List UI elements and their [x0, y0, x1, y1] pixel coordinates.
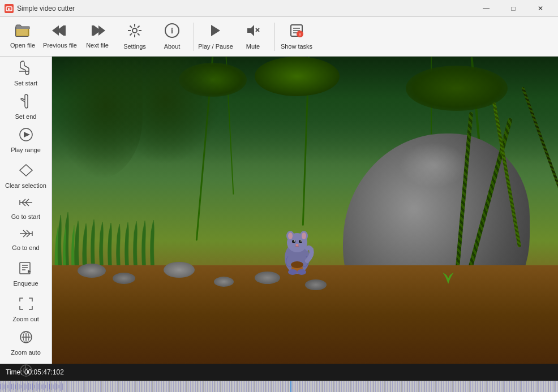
time-bar: Time: 00:05:47:102 — [0, 364, 558, 381]
previous-file-label: Previous file — [43, 42, 77, 49]
svg-rect-97 — [62, 384, 63, 390]
svg-rect-87 — [44, 384, 44, 390]
svg-rect-93 — [55, 383, 55, 390]
next-file-label: Next file — [86, 42, 109, 49]
svg-marker-8 — [98, 25, 105, 36]
go-to-start-label: Go to start — [11, 213, 40, 220]
zoom-auto-icon — [18, 329, 35, 348]
set-end-button[interactable]: Set end — [0, 90, 51, 123]
sidebar: Set start Set end Play range — [0, 57, 52, 364]
toolbar-separator-1 — [194, 23, 194, 51]
close-button[interactable]: ✕ — [527, 0, 553, 17]
svg-rect-91 — [51, 384, 51, 390]
play-pause-icon — [208, 23, 224, 42]
timeline[interactable] — [0, 381, 558, 392]
svg-rect-92 — [53, 385, 53, 389]
go-to-start-button[interactable]: Go to start — [0, 192, 51, 223]
set-start-button[interactable]: Set start — [0, 57, 51, 90]
svg-point-52 — [288, 232, 293, 239]
previous-file-button[interactable]: Previous file — [42, 20, 78, 54]
svg-rect-94 — [57, 384, 57, 390]
time-display: Time: 00:05:47:102 — [6, 368, 64, 376]
video-area — [52, 57, 558, 364]
next-file-icon — [89, 24, 105, 41]
play-range-button[interactable]: Play range — [0, 123, 51, 157]
zoom-auto-button[interactable]: Zoom auto — [0, 326, 51, 359]
toolbar: Open file Previous file Next file — [0, 17, 558, 57]
app-icon — [5, 4, 14, 13]
mute-icon — [245, 23, 261, 42]
svg-point-56 — [299, 240, 302, 243]
svg-text:!: ! — [299, 32, 301, 37]
svg-rect-83 — [36, 382, 36, 391]
svg-line-15 — [130, 25, 132, 28]
window-controls: — □ ✕ — [473, 0, 553, 17]
settings-label: Settings — [123, 43, 146, 50]
show-tasks-button[interactable]: ! Show tasks — [278, 20, 315, 54]
svg-marker-1 — [8, 8, 11, 10]
zoom-auto-label: Zoom auto — [11, 349, 41, 356]
enqueue-icon — [18, 260, 35, 279]
svg-point-54 — [302, 232, 306, 239]
open-file-button[interactable]: Open file — [5, 20, 41, 54]
clear-selection-label: Clear selection — [5, 182, 46, 189]
svg-rect-86 — [41, 385, 42, 389]
svg-rect-65 — [2, 383, 2, 390]
mute-label: Mute — [246, 43, 260, 50]
svg-line-18 — [130, 33, 132, 36]
next-file-button[interactable]: Next file — [79, 20, 115, 54]
svg-rect-68 — [7, 385, 8, 389]
svg-rect-78 — [27, 385, 27, 389]
toolbar-separator-2 — [274, 23, 275, 51]
app-title: Simple video cutter — [17, 5, 473, 12]
svg-rect-67 — [6, 384, 6, 390]
svg-rect-77 — [24, 384, 25, 390]
go-to-end-label: Go to end — [12, 244, 39, 251]
svg-marker-43 — [28, 270, 31, 273]
svg-marker-5 — [52, 25, 59, 36]
svg-rect-74 — [19, 384, 19, 390]
play-pause-button[interactable]: Play / Pause — [198, 20, 234, 54]
show-tasks-label: Show tasks — [281, 43, 312, 50]
svg-rect-72 — [15, 385, 16, 389]
svg-rect-95 — [58, 385, 59, 389]
svg-point-57 — [294, 240, 295, 242]
svg-line-17 — [138, 25, 140, 28]
mute-button[interactable]: Mute — [235, 20, 271, 54]
waveform-svg — [0, 381, 558, 392]
svg-point-61 — [291, 261, 303, 268]
svg-rect-85 — [40, 383, 40, 390]
svg-point-10 — [132, 28, 137, 33]
enqueue-button[interactable]: Enqueue — [0, 257, 51, 290]
clear-selection-button[interactable]: Clear selection — [0, 159, 51, 192]
svg-point-63 — [297, 269, 306, 275]
svg-rect-9 — [92, 25, 94, 36]
svg-rect-3 — [16, 29, 29, 36]
clear-selection-icon — [18, 162, 35, 181]
svg-rect-80 — [30, 384, 31, 390]
svg-point-59 — [296, 244, 299, 246]
minimize-button[interactable]: — — [473, 0, 499, 17]
go-to-end-button[interactable]: Go to end — [0, 223, 51, 255]
svg-line-16 — [138, 33, 140, 36]
zoom-out-button[interactable]: Zoom out — [0, 292, 51, 326]
svg-rect-6 — [63, 25, 66, 36]
svg-marker-22 — [247, 25, 254, 36]
svg-rect-75 — [21, 385, 22, 389]
play-pause-label: Play / Pause — [198, 43, 233, 50]
timeline-cursor[interactable] — [290, 381, 291, 392]
settings-icon — [127, 23, 143, 42]
go-to-start-icon — [18, 196, 35, 212]
maximize-button[interactable]: □ — [500, 0, 526, 17]
go-to-end-icon — [18, 227, 35, 243]
about-button[interactable]: i About — [154, 20, 190, 54]
svg-rect-96 — [61, 382, 61, 391]
open-file-label: Open file — [10, 42, 35, 49]
svg-marker-33 — [24, 132, 30, 137]
show-tasks-icon: ! — [289, 23, 304, 42]
settings-button[interactable]: Settings — [117, 20, 153, 54]
svg-rect-76 — [23, 382, 23, 391]
video-preview — [52, 57, 558, 364]
svg-rect-89 — [47, 382, 48, 391]
svg-rect-90 — [49, 384, 50, 390]
